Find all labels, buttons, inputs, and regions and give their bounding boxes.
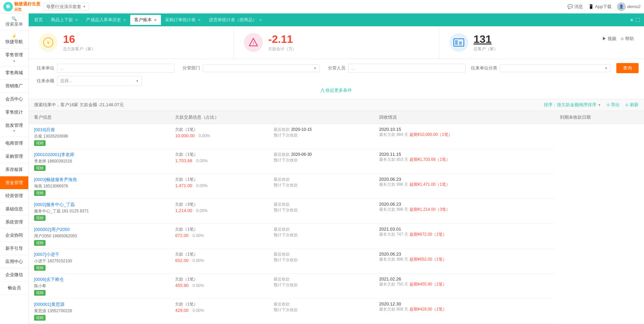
results-summary: 搜索结果中，客户16家 欠款金额 -21,148.07元 (34, 102, 124, 108)
overdue-amount-link[interactable]: 超期¥1,703.68（1笔） (410, 157, 450, 162)
sidebar-item-member[interactable]: 会员中心 (0, 93, 28, 106)
customer-name-link[interactable]: [0006]去下粮仓 (34, 277, 64, 282)
stat-card-total-customers: 131 总客户（家） ▶ 视频 ⊙ 帮助 (439, 26, 644, 59)
help-btn[interactable]: ⊙ 帮助 (620, 36, 634, 42)
customer-name-link[interactable]: [000002]用户2050 (34, 227, 70, 232)
tab-product-listing[interactable]: 商品上下架 ✕ (47, 15, 82, 25)
logo-area: 畅 畅捷通好生意 示范 (3, 1, 40, 12)
close-tab-3-icon[interactable]: ✕ (154, 18, 157, 22)
debt-label: 欠款（1笔） (175, 127, 263, 132)
sidebar-item-ecommerce[interactable]: 电商管理 (0, 137, 28, 150)
logo-text: 畅捷通好生意 示范 (14, 1, 40, 12)
sidebar-item-retail-mgmt[interactable]: 零售管理 ▲ (0, 49, 28, 66)
customer-name-link[interactable]: [0016]吕俊 (34, 127, 55, 132)
cell-debt: 欠款（1笔） 10,000.00 0.00% (170, 124, 268, 149)
sidebar-item-member-plus[interactable]: 畅会员 (0, 282, 28, 295)
person-input[interactable]: ... (348, 64, 466, 73)
tab-production-history[interactable]: 产成品入库单历史 ✕ (82, 15, 130, 25)
sidebar-item-quick-nav[interactable]: ⚡ 快捷导航 (0, 30, 28, 49)
overdue-amount-link[interactable]: 超期¥672.00（1笔） (410, 232, 447, 237)
tab-home[interactable]: 首页 (30, 15, 47, 25)
sidebar-item-basic-info[interactable]: 基础信息 (0, 203, 28, 216)
customer-name-link[interactable]: [0007]小进干 (34, 252, 59, 257)
overdue-amount-link[interactable]: 超期¥1,214.00（3笔） (410, 207, 450, 212)
refresh-btn[interactable]: ⊙ 刷新 (625, 102, 639, 108)
cell-customer: [0003]畅捷服务尹海燕 海燕 18513066976 现销 (29, 174, 170, 199)
export-btn[interactable]: ⊙ 导出 (607, 102, 620, 108)
top-bar: 畅 畅捷通好生意 示范 母婴行业演示套套 ▼ 💬 消息 📱 App下载 👤 de… (0, 0, 644, 13)
user-menu[interactable]: 👤 demo2 (617, 2, 641, 11)
sidebar-item-inventory[interactable]: 库存核算 (0, 163, 28, 176)
filter-person: 分管人员 ... (325, 64, 466, 73)
stat-info-total: 131 总客户（家） (474, 33, 498, 52)
search-menu-btn[interactable]: 🔍 搜索菜单 (0, 13, 28, 30)
message-btn[interactable]: 💬 消息 (567, 4, 583, 10)
sidebar-item-system[interactable]: 系统管理 (0, 216, 28, 229)
overdue-amount-link[interactable]: 超期¥652.00（1笔） (410, 257, 447, 262)
sidebar-item-enterprise[interactable]: 企业协同 (0, 229, 28, 242)
app-download-btn[interactable]: 📱 App下载 (588, 4, 612, 10)
customer-name-link[interactable]: [0002]服务中心_丁磊 (34, 202, 75, 207)
results-actions: 排序：按欠款金额倒序排序 ▼ ⊙ 导出 ⊙ 刷新 (544, 102, 639, 108)
debtors-icon: ¥ (39, 33, 58, 52)
table-row: [0016]吕俊 吕俊 13026203696 现销 欠款（1笔） 10,000… (29, 124, 644, 149)
sidebar-item-finance[interactable]: 资金管理 (0, 176, 28, 189)
message-icon: 💬 (567, 4, 573, 9)
th-recovery: 回收情况 (374, 111, 555, 124)
close-tab-4-icon[interactable]: ✕ (198, 18, 201, 22)
sidebar-item-operations[interactable]: 经营管理 (0, 189, 28, 203)
maximize-btn[interactable]: ⛶ (636, 18, 640, 23)
overdue-amount-link[interactable]: 超期¥1,471.00（1笔） (410, 182, 450, 187)
sidebar-item-app-center[interactable]: 应用中心 (0, 255, 28, 268)
company-selector[interactable]: 母婴行业演示套套 ▼ (43, 3, 89, 11)
cell-due-date: 2021.02.26 最长欠款 750 天 超期¥455.90（1笔） (374, 274, 555, 299)
th-customer-info: 客户信息 (29, 111, 170, 124)
sidebar-item-wholesale[interactable]: 批发管理 ▼ (0, 119, 28, 137)
refresh-icon: ⊙ (625, 102, 628, 107)
tab-goods-stats[interactable]: 进货单统计表（按商品） ✕ (205, 15, 266, 25)
close-tab-2-icon[interactable]: ✕ (123, 18, 126, 22)
tab-purchase-stats[interactable]: 采购订单统计表 ✕ (161, 15, 205, 25)
sidebar-item-marketing[interactable]: 营销推广 (0, 80, 28, 93)
next-collection-label: 预计下次收款 (274, 182, 368, 188)
from-unit-input[interactable]: ... (57, 64, 174, 73)
close-tab-5-icon[interactable]: ✕ (259, 18, 262, 22)
stat-card-debtors: ¥ 16 总欠款客户（家） (29, 26, 234, 59)
close-all-tabs-btn[interactable]: ✕ (630, 18, 634, 23)
collapse-filters-btn[interactable]: ⋀ 收起更多条件 (34, 86, 639, 95)
search-button[interactable]: 查询 (616, 63, 639, 73)
sidebar-item-retail-mall[interactable]: 零售商城 (0, 66, 28, 80)
customer-name-link[interactable]: [0003]畅捷服务尹海燕 (34, 177, 77, 182)
tab-customer-ledger[interactable]: 客户账本 ✕ (130, 15, 161, 25)
overdue-amount-link[interactable]: 超期¥10,000.00（1笔） (410, 132, 452, 137)
sort-chevron-icon[interactable]: ▼ (598, 103, 601, 107)
customer-tag: 现销 (34, 190, 46, 196)
customer-name-link[interactable]: [0001020001]李老师 (34, 152, 74, 157)
cell-customer: [000001]黄思源 黄思源 13552700226 现销 (29, 299, 170, 324)
category-chevron-icon: ▼ (605, 66, 608, 70)
customer-tag: 现销 (34, 290, 46, 296)
sidebar-item-purchase[interactable]: 采购管理 (0, 150, 28, 163)
recent-label: 最近收款 (274, 227, 290, 232)
overdue-days: 最长欠款 750 天 (379, 282, 410, 287)
due-date: 2021.02.26 (379, 276, 549, 282)
view-video-btn[interactable]: ▶ 视频 (602, 36, 617, 42)
customer-name-link[interactable]: [000001]黄思源 (34, 302, 64, 307)
sidebar-item-wechat[interactable]: 企业微信 (0, 268, 28, 282)
close-tab-1-icon[interactable]: ✕ (75, 18, 78, 22)
sidebar-item-guide[interactable]: 新手引导 (0, 242, 28, 255)
balance-select[interactable]: 选择... ▼ (57, 76, 142, 86)
person-label: 分管人员 (325, 65, 345, 71)
debt-amount: 1,471.00 (175, 183, 192, 188)
sidebar-item-retail-stats[interactable]: 零售统计 (0, 106, 28, 119)
customer-tag: 现销 (34, 265, 46, 271)
overdue-days: 最长欠款 998 天 (379, 257, 410, 262)
category-select[interactable]: ▼ (500, 64, 611, 72)
overdue-amount-link[interactable]: 超期¥455.90（1笔） (410, 282, 447, 287)
customer-tag: 现销 (34, 240, 46, 246)
overdue-amount-link[interactable]: 超期¥429.00（1笔） (410, 307, 447, 312)
cell-due-date: 2020.12.30 最长欠款 808 天 超期¥429.00（1笔） (374, 299, 555, 324)
due-date: 2020.11.15 (379, 152, 549, 157)
dept-select[interactable]: ▼ (203, 64, 320, 72)
cell-debt: 欠款（3笔） 1,214.00 0.00% (170, 199, 268, 224)
